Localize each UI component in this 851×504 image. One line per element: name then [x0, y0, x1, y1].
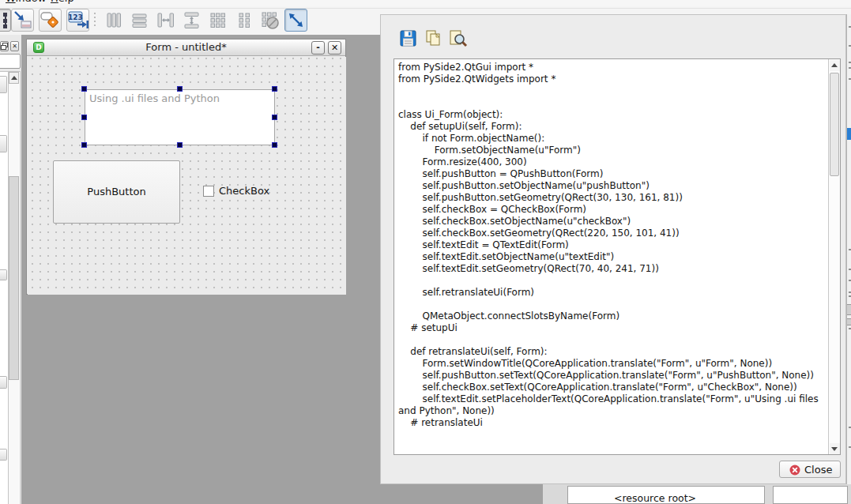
category-item[interactable] [0, 76, 7, 93]
left-scrollbar[interactable] [8, 72, 19, 504]
selection-handle[interactable] [81, 142, 87, 148]
form-minimize-button[interactable]: - [311, 41, 325, 55]
toolbar-separator [94, 13, 96, 28]
pushbutton-widget[interactable]: PushButton [53, 160, 180, 224]
copy-icon[interactable] [424, 30, 442, 47]
form-canvas[interactable]: Using .ui files and Python PushButton Ch… [28, 57, 346, 295]
edit-signals-slots-button[interactable] [11, 9, 34, 32]
toolbar-separator-line [0, 8, 851, 9]
panel-restore-button[interactable] [0, 41, 9, 51]
selection-handle[interactable] [81, 86, 87, 92]
menu-window[interactable]: Window [6, 0, 46, 4]
resource-root-item[interactable]: <resource root> [614, 492, 696, 504]
save-icon[interactable] [400, 30, 417, 47]
break-layout-icon[interactable] [260, 10, 281, 31]
resource-list[interactable] [773, 486, 848, 504]
selection-handle[interactable] [177, 86, 183, 92]
edit-tab-order-button[interactable]: 123 [66, 9, 89, 32]
filter-input[interactable] [0, 54, 21, 69]
form-close-button[interactable]: ✕ [328, 41, 341, 55]
restore-icon [1, 43, 8, 50]
resource-editor-window: <resource root> [543, 484, 851, 504]
code-scroll-up-button[interactable] [830, 60, 840, 71]
selection-handle[interactable] [177, 142, 183, 148]
sliver-widget [847, 318, 851, 325]
code-preview-dialog: from PySide2.QtGui import * from PySide2… [380, 14, 846, 484]
adjust-size-icon [285, 9, 307, 31]
textedit-widget[interactable]: Using .ui files and Python [85, 89, 275, 145]
panel-close-button[interactable]: ✕ [10, 41, 19, 51]
up-arrow-icon [831, 63, 838, 67]
lay-out-in-grid-icon[interactable] [208, 10, 228, 31]
form-window-titlebar[interactable]: D Form - untitled* - ✕ [27, 39, 345, 56]
scroll-up-button[interactable] [9, 72, 19, 84]
selection-handle[interactable] [272, 142, 277, 148]
edit-widgets-icon [0, 9, 10, 31]
down-arrow-icon [831, 447, 838, 451]
close-button-icon [789, 465, 801, 476]
edit-widgets-button[interactable] [0, 9, 11, 32]
property-panel-sliver [846, 14, 851, 484]
pushbutton-label: PushButton [54, 186, 179, 197]
widget-box-panel: ✕ [0, 35, 21, 504]
selection-handle[interactable] [272, 86, 277, 92]
close-icon: ✕ [12, 43, 17, 50]
category-item[interactable] [0, 269, 7, 280]
code-view[interactable]: from PySide2.QtGui import * from PySide2… [393, 58, 841, 455]
edit-tab-order-icon: 123 [67, 9, 88, 31]
widget-box-tree [0, 71, 21, 504]
lay-out-in-form-layout-icon[interactable] [235, 10, 255, 31]
edit-buddies-icon [40, 9, 61, 31]
sliver-widget [847, 304, 851, 315]
textedit-placeholder: Using .ui files and Python [89, 92, 220, 104]
sliver-selected-row [847, 128, 851, 140]
edit-signals-slots-icon [12, 9, 33, 31]
lay-out-vertically-icon[interactable] [130, 10, 150, 31]
selection-handle[interactable] [81, 115, 87, 120]
selection-handle[interactable] [272, 115, 277, 120]
generated-code-text: from PySide2.QtGui import * from PySide2… [398, 62, 827, 429]
checkbox-widget[interactable] [203, 186, 214, 197]
lay-out-horizontally-in-splitter-icon[interactable] [156, 10, 176, 31]
up-arrow-icon [11, 76, 17, 80]
edit-buddies-button[interactable] [39, 9, 62, 32]
lay-out-horizontally-icon[interactable] [104, 10, 124, 31]
menu-help[interactable]: Help [51, 0, 74, 4]
code-scroll-down-button[interactable] [830, 443, 840, 454]
resource-tree[interactable]: <resource root> [567, 486, 765, 504]
code-scrollbar[interactable] [828, 59, 840, 454]
category-item[interactable] [0, 449, 7, 461]
svg-text:123: 123 [68, 13, 83, 21]
left-scrollbar-handle[interactable] [9, 176, 19, 380]
category-item[interactable] [0, 376, 7, 389]
checkbox-label: CheckBox [219, 185, 269, 197]
code-scrollbar-handle[interactable] [830, 73, 839, 176]
lay-out-vertically-in-splitter-icon[interactable] [182, 10, 202, 31]
adjust-size-button[interactable] [284, 9, 307, 32]
close-button-label: Close [804, 464, 832, 476]
form-window-title: Form - untitled* [27, 41, 345, 53]
menu-bar: WindowHelp [0, 0, 851, 6]
close-button[interactable]: Close [779, 461, 841, 478]
find-icon[interactable] [449, 30, 468, 47]
category-item[interactable] [0, 135, 7, 152]
form-designer-window: D Form - untitled* - ✕ Using .ui files a… [26, 39, 346, 295]
